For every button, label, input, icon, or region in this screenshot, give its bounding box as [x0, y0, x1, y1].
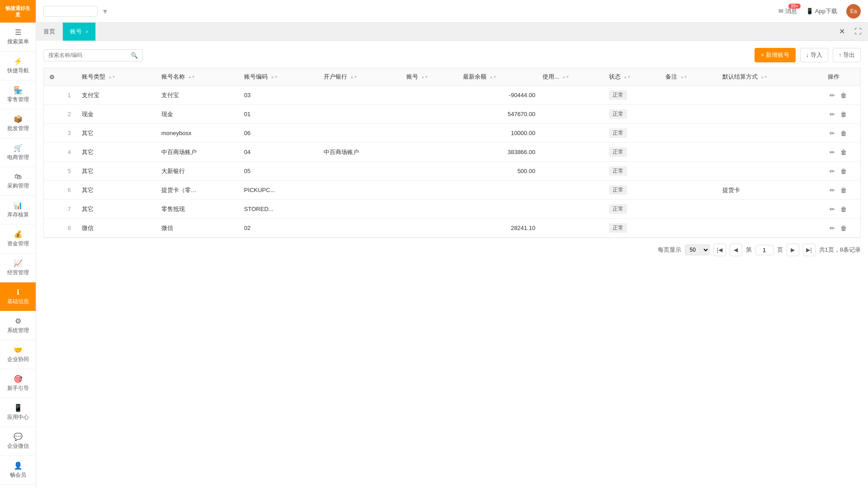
- column-remark[interactable]: 备注 ▲▼: [662, 68, 718, 86]
- pagination-prev-button[interactable]: ◀: [730, 244, 742, 256]
- pagination-first-button[interactable]: |◀: [713, 244, 726, 256]
- column-usage[interactable]: 使用... ▲▼: [539, 68, 605, 86]
- column-action: 操作: [824, 68, 860, 86]
- row-num: 1: [60, 86, 78, 105]
- row-settings: [44, 124, 60, 143]
- row-name: 大新银行: [158, 162, 241, 181]
- row-num: 3: [60, 124, 78, 143]
- sidebar-item-wholesale-mgmt[interactable]: 📦 批发管理: [0, 109, 36, 138]
- delete-button[interactable]: 🗑: [839, 186, 849, 195]
- sidebar-item-ecommerce-mgmt[interactable]: 🛒 电商管理: [0, 138, 36, 167]
- edit-button[interactable]: ✏: [828, 186, 837, 195]
- add-account-button[interactable]: + 新增账号: [755, 48, 796, 62]
- delete-button[interactable]: 🗑: [839, 91, 849, 100]
- sidebar-item-app-center[interactable]: 📱 应用中心: [0, 398, 36, 427]
- column-name[interactable]: 账号名称 ▲▼: [158, 68, 241, 86]
- row-remark: [662, 162, 718, 181]
- row-settings: [44, 143, 60, 162]
- edit-button[interactable]: ✏: [828, 167, 837, 176]
- row-settings: [44, 219, 60, 238]
- ops-mgmt-icon: 📈: [2, 259, 34, 267]
- tab-account-close-icon[interactable]: ×: [85, 29, 88, 34]
- sidebar-item-enterprise-agreement[interactable]: 🤝 企业协同: [0, 340, 36, 369]
- sidebar-item-retail-mgmt[interactable]: 🏪 零售管理: [0, 80, 36, 109]
- row-status: 正常: [605, 124, 662, 143]
- sidebar-item-inventory-mgmt[interactable]: 📊 库存核算: [0, 196, 36, 225]
- table-row: 1 支付宝 支付宝 03 -90444.00 正常 ✏ 🗑: [44, 86, 860, 105]
- header-dropdown-icon[interactable]: ▾: [103, 6, 107, 16]
- sidebar-item-system-mgmt[interactable]: ⚙ 系统管理: [0, 311, 36, 340]
- column-status[interactable]: 状态 ▲▼: [605, 68, 662, 86]
- column-account[interactable]: 账号 ▲▼: [403, 68, 459, 86]
- new-guide-icon: 🎯: [2, 375, 34, 383]
- row-usage: [539, 181, 605, 200]
- sidebar-item-label: 畅会员: [2, 471, 34, 479]
- app-download-button[interactable]: 📱 App下载: [806, 7, 837, 15]
- column-default-settlement[interactable]: 默认结算方式 ▲▼: [719, 68, 825, 86]
- system-mgmt-icon: ⚙: [2, 317, 34, 325]
- sidebar-item-enterprise-wechat[interactable]: 💬 企业微信: [0, 427, 36, 456]
- avatar[interactable]: Ea: [846, 4, 861, 19]
- row-action: ✏ 🗑: [824, 143, 860, 162]
- sidebar-item-finance-mgmt[interactable]: 💰 资金管理: [0, 225, 36, 253]
- row-settings: [44, 181, 60, 200]
- row-type: 微信: [78, 219, 158, 238]
- delete-button[interactable]: 🗑: [839, 224, 849, 233]
- sidebar-item-member[interactable]: 👤 畅会员: [0, 456, 36, 485]
- sidebar-item-basic-info[interactable]: ℹ 基础信息: [0, 282, 36, 311]
- page-suffix-label: 页: [777, 246, 783, 254]
- column-code[interactable]: 账号编码 ▲▼: [241, 68, 320, 86]
- header-search-input[interactable]: [43, 6, 98, 17]
- accounts-table-container: ⚙ 账号类型 ▲▼ 账号名称 ▲▼ 账号编码 ▲▼: [43, 68, 861, 238]
- column-bank[interactable]: 开户银行 ▲▼: [320, 68, 403, 86]
- column-code-label: 账号编码: [244, 73, 268, 80]
- status-badge: 正常: [609, 128, 627, 138]
- row-balance: 500.00: [459, 162, 539, 181]
- edit-button[interactable]: ✏: [828, 91, 837, 100]
- message-button[interactable]: ✉ 消息 99+: [778, 7, 797, 15]
- tab-close-button[interactable]: ✕: [835, 25, 848, 38]
- edit-button[interactable]: ✏: [828, 110, 837, 119]
- search-icon[interactable]: 🔍: [131, 52, 138, 59]
- sidebar-item-purchase-mgmt[interactable]: 🛍 采购管理: [0, 167, 36, 196]
- per-page-label: 每页显示: [658, 246, 681, 254]
- delete-button[interactable]: 🗑: [839, 205, 849, 214]
- edit-button[interactable]: ✏: [828, 129, 837, 138]
- sidebar-item-search-menu[interactable]: ☰ 搜索菜单: [0, 23, 36, 52]
- pagination-next-button[interactable]: ▶: [787, 244, 799, 256]
- delete-button[interactable]: 🗑: [839, 167, 849, 176]
- export-button[interactable]: ↑ 导出: [833, 48, 861, 62]
- sidebar-item-quick-nav[interactable]: ⚡ 快捷导航: [0, 52, 36, 80]
- member-icon: 👤: [2, 461, 34, 470]
- tab-account[interactable]: 账号 ×: [63, 23, 96, 41]
- search-input[interactable]: [48, 52, 128, 58]
- column-type[interactable]: 账号类型 ▲▼: [78, 68, 158, 86]
- column-action-label: 操作: [828, 73, 840, 80]
- pagination-last-button[interactable]: ▶|: [803, 244, 816, 256]
- row-balance: 547670.00: [459, 105, 539, 124]
- page-input[interactable]: [755, 245, 774, 255]
- row-balance: -90444.00: [459, 86, 539, 105]
- row-num: 2: [60, 105, 78, 124]
- main-content: ▾ ✉ 消息 99+ 📱 App下载 Ea 首页 账号 × ✕ ⛶: [36, 0, 868, 488]
- tab-expand-button[interactable]: ⛶: [852, 25, 864, 38]
- delete-button[interactable]: 🗑: [839, 148, 849, 157]
- sort-icon-usage: ▲▼: [562, 75, 570, 79]
- top-header: ▾ ✉ 消息 99+ 📱 App下载 Ea: [36, 0, 868, 23]
- quick-nav-icon: ⚡: [2, 57, 34, 66]
- delete-button[interactable]: 🗑: [839, 110, 849, 119]
- column-balance[interactable]: 最新余额 ▲▼: [459, 68, 539, 86]
- import-button[interactable]: ↓ 导入: [800, 48, 828, 62]
- sidebar-item-new-guide[interactable]: 🎯 新手引导: [0, 369, 36, 398]
- sort-icon-code: ▲▼: [270, 75, 278, 79]
- edit-button[interactable]: ✏: [828, 148, 837, 157]
- delete-button[interactable]: 🗑: [839, 129, 849, 138]
- edit-button[interactable]: ✏: [828, 205, 837, 214]
- per-page-select[interactable]: 50 100 200: [685, 244, 710, 255]
- tab-home[interactable]: 首页: [36, 23, 63, 41]
- row-bank: [320, 162, 403, 181]
- edit-button[interactable]: ✏: [828, 224, 837, 233]
- column-settings[interactable]: ⚙: [44, 68, 60, 86]
- column-status-label: 状态: [609, 73, 621, 80]
- sidebar-item-ops-mgmt[interactable]: 📈 经营管理: [0, 253, 36, 282]
